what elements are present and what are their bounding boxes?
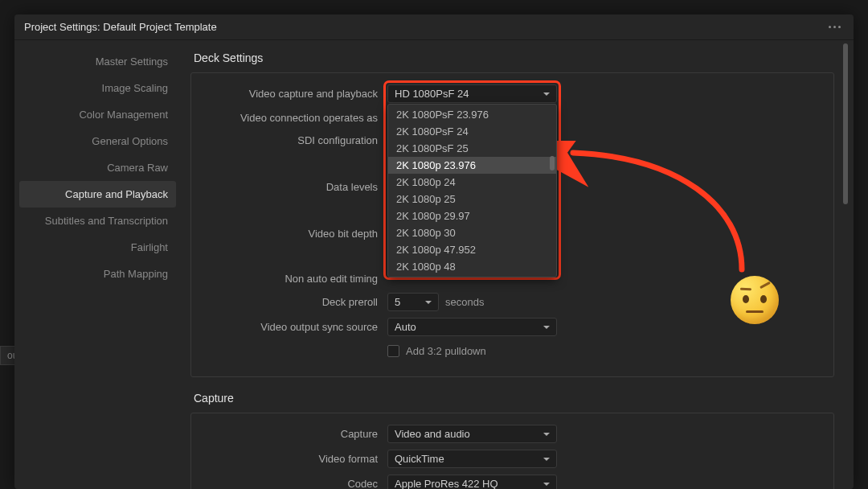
settings-content: Deck Settings Video capture and playback… — [181, 40, 854, 489]
deck-settings-box: Video capture and playback HD 1080PsF 24… — [190, 72, 834, 377]
label-video-output-sync: Video output sync source — [206, 321, 387, 333]
dropdown-option[interactable]: 2K 1080p 48 — [388, 258, 556, 275]
dropdown-scrollbar[interactable] — [550, 156, 555, 171]
chevron-down-icon — [543, 326, 550, 329]
select-value: Auto — [395, 321, 416, 333]
row-video-format: Video format QuickTime — [206, 450, 819, 468]
dropdown-option[interactable]: 2K 1080p 23.976 — [388, 157, 556, 174]
row-add-pulldown: Add 3:2 pulldown — [206, 343, 819, 359]
title-prefix: Project Settings: — [24, 21, 103, 33]
sidebar-item-capture-and-playback[interactable]: Capture and Playback — [19, 181, 176, 208]
select-video-output-sync[interactable]: Auto — [387, 318, 557, 336]
title-project: Default Project Template — [103, 21, 216, 33]
label-codec: Codec — [206, 478, 387, 489]
select-value: 5 — [395, 296, 400, 308]
select-codec[interactable]: Apple ProRes 422 HQ — [387, 475, 557, 489]
select-deck-preroll[interactable]: 5 — [387, 293, 439, 311]
content-scrollbar-track[interactable] — [841, 43, 850, 486]
dropdown-option[interactable]: 2K 1080p 47.952 — [388, 241, 556, 258]
sidebar-item-fairlight[interactable]: Fairlight — [14, 234, 181, 261]
row-capture: Capture Video and audio — [206, 425, 819, 443]
dropdown-option[interactable]: 2K 1080p 25 — [388, 191, 556, 208]
sidebar-item-path-mapping[interactable]: Path Mapping — [14, 261, 181, 287]
dropdown-option[interactable]: 2K 1080p 29.97 — [388, 208, 556, 224]
sidebar-item-master-settings[interactable]: Master Settings — [14, 48, 181, 75]
content-scroll: Deck Settings Video capture and playback… — [181, 40, 841, 489]
sidebar-item-camera-raw[interactable]: Camera Raw — [14, 154, 181, 181]
dialog-title: Project Settings: Default Project Templa… — [24, 21, 217, 33]
dropdown-option[interactable]: 2K 1080p 24 — [388, 174, 556, 191]
label-add-pulldown: Add 3:2 pulldown — [406, 345, 486, 357]
video-capture-dropdown[interactable]: 2K 1080PsF 23.9762K 1080PsF 242K 1080PsF… — [387, 104, 557, 277]
select-value: Apple ProRes 422 HQ — [395, 478, 498, 489]
section-title-deck: Deck Settings — [190, 48, 834, 72]
sidebar-item-general-options[interactable]: General Options — [14, 128, 181, 154]
row-codec: Codec Apple ProRes 422 HQ — [206, 475, 819, 489]
label-capture: Capture — [206, 428, 387, 440]
sidebar-item-image-scaling[interactable]: Image Scaling — [14, 75, 181, 101]
row-video-output-sync: Video output sync source Auto — [206, 318, 819, 336]
sidebar-item-color-management[interactable]: Color Management — [14, 101, 181, 128]
dropdown-option[interactable]: 2K 1080PsF 25 — [388, 140, 556, 157]
content-scrollbar-thumb[interactable] — [843, 43, 848, 204]
select-video-format[interactable]: QuickTime — [387, 450, 557, 468]
chevron-down-icon — [425, 301, 432, 304]
select-capture[interactable]: Video and audio — [387, 425, 557, 443]
select-value: Video and audio — [395, 428, 470, 440]
label-non-auto-edit: Non auto edit timing — [206, 273, 387, 285]
dropdown-option[interactable]: 2K 1080p 30 — [388, 224, 556, 241]
label-deck-preroll: Deck preroll — [206, 296, 387, 308]
chevron-down-icon — [543, 92, 550, 96]
label-video-capture: Video capture and playback — [206, 88, 387, 100]
chevron-down-icon — [543, 458, 550, 461]
checkbox-add-pulldown[interactable] — [387, 345, 399, 357]
label-data-levels: Data levels — [206, 181, 387, 193]
select-value: HD 1080PsF 24 — [395, 88, 469, 100]
select-value: QuickTime — [395, 453, 444, 465]
label-video-format: Video format — [206, 453, 387, 465]
label-video-bit-depth: Video bit depth — [206, 228, 387, 240]
dialog-body: Master SettingsImage ScalingColor Manage… — [14, 40, 854, 489]
dropdown-option[interactable]: 2K 1080PsF 24 — [388, 123, 556, 140]
chevron-down-icon — [543, 483, 550, 486]
settings-sidebar: Master SettingsImage ScalingColor Manage… — [14, 40, 181, 489]
sidebar-item-subtitles-and-transcription[interactable]: Subtitles and Transcription — [14, 208, 181, 234]
dropdown-option[interactable]: 2K 1080PsF 23.976 — [388, 106, 556, 123]
section-title-capture: Capture — [190, 388, 834, 413]
capture-box: Capture Video and audio Video format — [190, 413, 834, 489]
annotation-emoji-raised-eyebrow — [731, 276, 779, 324]
row-deck-preroll: Deck preroll 5 seconds — [206, 293, 819, 311]
project-settings-dialog: Project Settings: Default Project Templa… — [14, 14, 854, 489]
chevron-down-icon — [543, 433, 550, 436]
options-menu-button[interactable] — [825, 23, 844, 31]
label-video-connection: Video connection operates as — [206, 112, 387, 124]
label-sdi-config: SDI configuration — [206, 134, 387, 146]
suffix-seconds: seconds — [445, 296, 484, 308]
select-video-capture[interactable]: HD 1080PsF 24 — [387, 84, 557, 103]
dialog-header: Project Settings: Default Project Templa… — [14, 14, 854, 40]
row-video-capture: Video capture and playback HD 1080PsF 24… — [206, 84, 819, 103]
